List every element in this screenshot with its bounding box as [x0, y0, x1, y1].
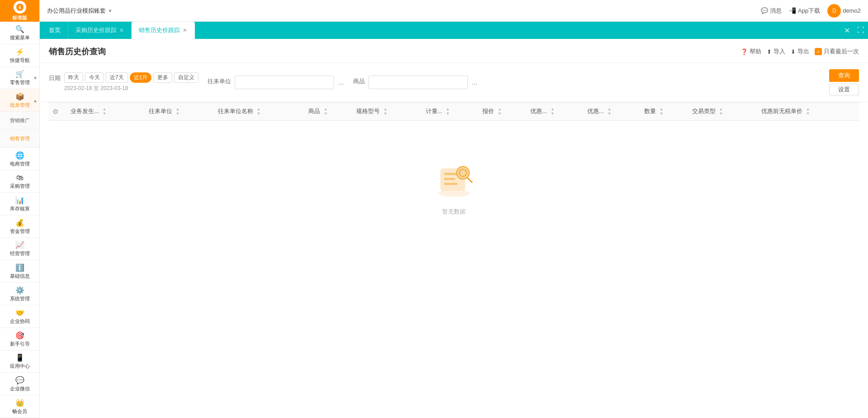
svg-rect-6: [444, 183, 458, 185]
th-notax-price[interactable]: 优惠前无税单价 ▲▼: [758, 103, 859, 121]
sidebar-item-label: 基础信息: [10, 273, 30, 279]
tab-home[interactable]: 首页: [42, 22, 68, 39]
th-product[interactable]: 商品 ▲▼: [305, 103, 353, 121]
date-btn-7days[interactable]: 近7天: [106, 72, 128, 83]
date-btn-1month[interactable]: 近1月: [130, 72, 152, 83]
import-label: 导入: [774, 48, 785, 56]
maximize-icon[interactable]: ⛶: [855, 24, 866, 36]
th-bizdate[interactable]: 业务发生... ▲▼: [67, 103, 145, 121]
table-header-row: ⚙ 业务发生... ▲▼ 往来单位 ▲▼ 往来单位名称 ▲▼: [49, 103, 859, 121]
sidebar-sub-item-marketing[interactable]: 营销推广: [0, 112, 39, 130]
search-icon: 🔍: [15, 25, 24, 33]
sidebar-item-system[interactable]: ⚙️ 系统管理: [0, 283, 39, 305]
date-range-display: 2023-02-18 至 2023-03-18: [64, 85, 198, 92]
sidebar-item-info[interactable]: ℹ️ 基础信息: [0, 260, 39, 283]
date-options: 昨天 今天 近7天 近1月 更多 自定义 2023-02-18 至 2023-0…: [64, 72, 198, 92]
partner-input-group: ...: [235, 76, 344, 89]
sidebar-item-manage[interactable]: 📈 经营管理: [0, 238, 39, 261]
th-trade-type[interactable]: 交易类型 ▲▼: [689, 103, 758, 121]
close-icon[interactable]: ✕: [183, 28, 187, 33]
tabs-right-actions: ✕ ⛶: [842, 24, 866, 37]
date-btn-yesterday[interactable]: 昨天: [64, 72, 83, 83]
date-filter-label: 日期: [49, 72, 61, 82]
tab-purchase-history[interactable]: 采购历史价跟踪 ✕: [68, 22, 132, 39]
company-name: 办公用品行业模拟账套: [47, 7, 106, 15]
th-spec[interactable]: 规格型号 ▲▼: [353, 103, 422, 121]
product-filter-label: 商品: [353, 76, 365, 86]
query-button[interactable]: 查询: [829, 69, 859, 82]
product-input[interactable]: [368, 76, 468, 89]
wechat-icon: 💬: [15, 376, 24, 385]
sidebar-sub-item-label: 营销推广: [10, 117, 30, 124]
download-action[interactable]: 📲 App下载: [789, 7, 820, 15]
wholesale-icon: 📦: [15, 92, 24, 101]
sidebar-item-search[interactable]: 🔍 搜索菜单: [0, 22, 39, 44]
th-qty[interactable]: 数量 ▲▼: [641, 103, 689, 121]
sidebar-item-wholesale[interactable]: 📦 批发管理 ▲: [0, 89, 39, 112]
chevron-up-icon: ▲: [33, 98, 38, 103]
help-action[interactable]: ❓ 帮助: [741, 48, 761, 56]
th-unit[interactable]: 计量... ▲▼: [422, 103, 479, 121]
date-btn-custom[interactable]: 自定义: [174, 72, 198, 83]
partner-input[interactable]: [235, 76, 334, 89]
tab-sales-history[interactable]: 销售历史价跟踪 ✕: [132, 22, 195, 39]
export-label: 导出: [797, 48, 809, 56]
product-dots-icon[interactable]: ...: [472, 78, 477, 86]
settings-button[interactable]: 设置: [829, 84, 859, 95]
th-discount1[interactable]: 优惠... ▲▼: [527, 103, 584, 121]
sort-icon: ▲▼: [551, 107, 555, 116]
th-partner-code[interactable]: 往来单位 ▲▼: [145, 103, 214, 121]
export-action[interactable]: ⬇ 导出: [791, 48, 809, 56]
sidebar-item-inventory[interactable]: 📊 库存核算: [0, 193, 39, 215]
user-action[interactable]: D demo2: [827, 4, 861, 18]
sort-icon: ▲▼: [806, 107, 810, 116]
sidebar-item-app[interactable]: 📱 应用中心: [0, 351, 39, 373]
import-icon: ⬆: [767, 48, 772, 55]
logo-icon: 6: [14, 1, 26, 14]
th-quote[interactable]: 报价 ▲▼: [479, 103, 527, 121]
sidebar-item-retail[interactable]: 🛒 零售管理 ▼: [0, 67, 39, 90]
retail-icon: 🛒: [15, 70, 24, 78]
finance-icon: 💰: [15, 218, 24, 227]
download-label: App下载: [798, 7, 820, 15]
data-table: ⚙ 业务发生... ▲▼ 往来单位 ▲▼ 往来单位名称 ▲▼: [49, 102, 859, 121]
message-action[interactable]: 💬 消息: [761, 7, 782, 15]
empty-text: 暂无数据: [442, 208, 466, 216]
sidebar-item-ecom[interactable]: 🌐 电商管理: [0, 148, 39, 171]
th-partner-name[interactable]: 往来单位名称 ▲▼: [214, 103, 305, 121]
sidebar-item-nav[interactable]: ⚡ 快捷导航: [0, 44, 39, 67]
sidebar-item-collab[interactable]: 🤝 企业协同: [0, 305, 39, 328]
partner-filter-group: 往来单位 ...: [208, 76, 344, 89]
date-filter-group: 日期 昨天 今天 近7天 近1月 更多 自定义 2023-02-18 至 202…: [49, 72, 198, 92]
import-action[interactable]: ⬆ 导入: [767, 48, 785, 56]
th-discount2[interactable]: 优惠... ▲▼: [584, 103, 641, 121]
close-icon[interactable]: ✕: [119, 28, 124, 33]
page-title: 销售历史价查询: [49, 46, 106, 57]
svg-line-8: [467, 178, 472, 182]
date-btn-more[interactable]: 更多: [153, 72, 172, 83]
message-icon: 💬: [761, 7, 768, 14]
export-icon: ⬇: [791, 48, 796, 55]
partner-dots-icon[interactable]: ...: [338, 78, 344, 86]
sidebar-item-finance[interactable]: 💰 资金管理: [0, 215, 39, 238]
checkbox-checked-icon: ✓: [815, 48, 822, 55]
only-last-label: 只看最后一次: [824, 48, 859, 56]
main-area: 办公用品行业模拟账套 ▼ 💬 消息 📲 App下载 D demo2 首页 采购历…: [40, 0, 868, 418]
sort-icon: ▲▼: [659, 107, 663, 116]
only-last-action[interactable]: ✓ 只看最后一次: [815, 48, 859, 56]
sidebar-item-label: 批发管理: [10, 102, 30, 108]
gear-icon[interactable]: ⚙: [52, 108, 58, 115]
company-selector[interactable]: 办公用品行业模拟账套 ▼: [47, 7, 113, 15]
partner-filter-label: 往来单位: [208, 76, 231, 86]
sidebar-item-label: 库存核算: [10, 205, 30, 212]
date-btn-today[interactable]: 今天: [85, 72, 104, 83]
sidebar-item-purchase[interactable]: 🛍 采购管理: [0, 171, 39, 193]
sidebar-item-label: 经营管理: [10, 250, 30, 256]
sidebar-item-member[interactable]: 👑 畅会员: [0, 395, 39, 418]
close-tab-icon[interactable]: ✕: [842, 24, 852, 37]
sidebar-item-guide[interactable]: 🎯 新手引导: [0, 328, 39, 351]
sidebar-item-wechat[interactable]: 💬 企业微信: [0, 373, 39, 395]
page-header: 销售历史价查询 ❓ 帮助 ⬆ 导入 ⬇ 导出 ✓ 只看最后一次: [40, 39, 868, 63]
product-filter-group: 商品 ...: [353, 76, 477, 89]
sidebar-sub-item-sales[interactable]: 销售管理: [0, 130, 39, 148]
